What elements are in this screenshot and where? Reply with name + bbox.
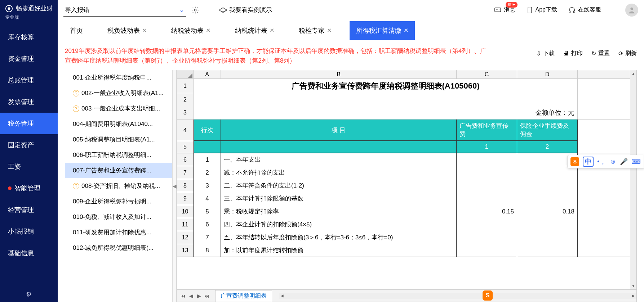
refresh-button[interactable]: ⟳刷新 [618,50,637,57]
cell-value-c[interactable] [457,179,517,192]
nav-item-4[interactable]: 税务管理 [0,113,58,134]
demo-link[interactable]: 我要看实例演示 [219,6,272,14]
cell-value-c[interactable] [457,244,517,257]
sheet-first-icon[interactable]: ⏮ [180,293,186,299]
messages-button[interactable]: 消息 99+ [494,6,515,14]
download-button[interactable]: ⇩下载 [536,50,555,57]
cell-value-d[interactable] [517,179,578,192]
nav-item-10[interactable]: 基础信息 [0,242,58,264]
row-header[interactable]: 4 [177,120,194,141]
tree-item-9[interactable]: 010-免税、减计收入及加计... [65,209,172,225]
ime-lang-badge[interactable]: 中 [583,157,594,167]
cell-rownum[interactable]: 7 [194,231,221,244]
cell-rownum[interactable]: 3 [194,179,221,192]
cell-value-c[interactable] [457,153,517,166]
tab-5[interactable]: 所得税汇算清缴✕ [350,21,415,40]
tab-0[interactable]: 首页 [63,21,89,40]
col-header-c[interactable]: C [457,70,517,78]
tree-item-10[interactable]: 011-研发费用加计扣除优惠... [65,225,172,240]
nav-item-8[interactable]: 经营管理 [0,199,58,221]
nav-item-6[interactable]: 工资 [0,156,58,177]
tree-item-4[interactable]: 005-纳税调整项目明细表(A1... [65,132,172,147]
nav-item-2[interactable]: 总账管理 [0,69,58,91]
vertical-scrollbar[interactable] [630,70,636,289]
row-header[interactable]: 7 [177,166,194,179]
tree-item-6[interactable]: 007-广告费和业务宣传费跨... [65,163,172,178]
settings-icon-button[interactable] [190,5,200,15]
row-header[interactable]: 1 [177,79,194,93]
col-header-d[interactable]: D [517,70,578,78]
ime-mic-icon[interactable]: 🎤 [620,158,628,166]
nav-item-7[interactable]: 智能管理 [0,177,58,199]
cell-value-c[interactable] [457,192,517,205]
col-header-b[interactable]: B [221,70,457,78]
cell-value-d[interactable] [517,218,578,231]
close-icon[interactable]: ✕ [206,27,210,34]
cell-value-d[interactable]: 0.18 [517,205,578,218]
row-header[interactable]: 10 [177,205,194,218]
close-icon[interactable]: ✕ [142,27,147,34]
import-select[interactable]: 导入报错 ⌄ [63,4,186,17]
cell-item[interactable]: 四、本企业计算的扣除限额(4×5) [221,218,457,231]
ime-toolbar[interactable]: S 中 •， ☺ 🎤 ⌨ [567,155,644,168]
sogou-tray-icon[interactable]: S [483,290,493,301]
cell-item[interactable]: 加：以前年度累计结转扣除额 [221,244,457,257]
online-service-button[interactable]: 在线客服 [568,6,601,14]
avatar[interactable] [625,4,638,17]
cell-item[interactable]: 三、本年计算扣除限额的基数 [221,192,457,205]
nav-item-3[interactable]: 发票管理 [0,91,58,113]
select-all-corner[interactable] [177,70,194,78]
reset-button[interactable]: ↻重置 [591,50,610,57]
cell-item[interactable]: 五、本年结转以后年度扣除额(3＞6，本行=3-6；3≤6，本行=0) [221,231,457,244]
print-button[interactable]: 🖶打印 [563,50,583,57]
tab-1[interactable]: 税负波动表✕ [101,21,153,40]
row-header[interactable]: 8 [177,179,194,192]
ime-punct-icon[interactable]: •， [597,157,606,166]
tree-item-2[interactable]: ?003-一般企业成本支出明细... [65,101,172,116]
tab-2[interactable]: 纳税波动表✕ [165,21,217,40]
cell-rownum[interactable]: 5 [194,205,221,218]
tree-item-7[interactable]: ?008-资产折旧、摊销及纳税... [65,178,172,194]
close-icon[interactable]: ✕ [327,27,332,34]
cell-rownum[interactable]: 8 [194,244,221,257]
horizontal-scrollbar[interactable] [279,293,636,299]
tree-item-8[interactable]: 009-企业所得税弥补亏损明... [65,194,172,209]
cell-rownum[interactable]: 1 [194,153,221,166]
sheet-last-icon[interactable]: ⏭ [204,293,210,299]
nav-item-1[interactable]: 资金管理 [0,48,58,69]
cell-item[interactable]: 一、本年支出 [221,153,457,166]
col-header-a[interactable]: A [194,70,221,78]
cell-value-c[interactable] [457,218,517,231]
tree-item-1[interactable]: ?002-一般企业收入明细表(A1... [65,85,172,101]
split-collapse-handle[interactable]: ◀ [172,70,177,302]
ime-emoji-icon[interactable]: ☺ [610,158,616,166]
row-header[interactable]: 3 [177,106,194,119]
tree-item-5[interactable]: 006-职工薪酬纳税调整明细... [65,147,172,163]
sheet-tab[interactable]: 广宣费调整明细表 [215,290,272,302]
tree-item-3[interactable]: 004-期间费用明细表(A1040... [65,116,172,132]
row-header[interactable]: 2 [177,93,194,106]
grid-body[interactable]: 1 广告费和业务宣传费跨年度纳税调整明细表(A105060) 2 3 金额单位：… [177,79,630,289]
tree-item-0[interactable]: 001-企业所得税年度纳税申... [65,70,172,85]
row-header[interactable]: 11 [177,218,194,231]
close-icon[interactable]: ✕ [404,27,408,34]
cell-value-d[interactable] [517,231,578,244]
row-header[interactable]: 12 [177,231,194,244]
cell-value-c[interactable]: 0.15 [457,205,517,218]
row-header[interactable]: 13 [177,244,194,257]
cell-value-c[interactable] [457,231,517,244]
cell-item[interactable]: 乘：税收规定扣除率 [221,205,457,218]
row-header[interactable]: 6 [177,153,194,166]
tree-item-11[interactable]: 012-减免所得税优惠明细表(... [65,240,172,256]
cell-item[interactable]: 减：不允许扣除的支出 [221,166,457,179]
sheet-next-icon[interactable]: ▶ [196,293,202,299]
cell-rownum[interactable]: 2 [194,166,221,179]
app-download-button[interactable]: App下载 [526,6,557,14]
tab-3[interactable]: 纳税统计表✕ [228,21,281,40]
cell-rownum[interactable]: 6 [194,218,221,231]
nav-item-5[interactable]: 固定资产 [0,134,58,156]
sidebar-settings[interactable]: ⚙ [0,287,58,302]
tab-4[interactable]: 税检专家✕ [292,21,338,40]
close-icon[interactable]: ✕ [270,27,274,34]
sheet-prev-icon[interactable]: ◀ [188,293,194,299]
